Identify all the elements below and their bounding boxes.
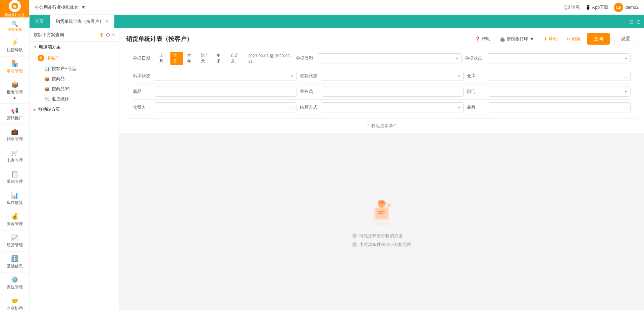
date-tab-more[interactable]: 更多 <box>214 52 226 65</box>
goods99-icon: 📦 <box>44 87 50 92</box>
print-icon: 🖨️ <box>500 37 505 42</box>
export-btn[interactable]: ⬇ 导出 <box>541 35 560 43</box>
empty-tips: 1 请先选择要分析的方案 2 用过滤条件来缩小分析范围 <box>352 233 412 248</box>
brand-dots: ... <box>622 105 628 110</box>
avatar: Ea <box>614 3 623 12</box>
sidebar-item-enterprise[interactable]: 🤝 企业协同 <box>0 294 29 310</box>
sidebar-item-finance[interactable]: 💰 资金管理 <box>0 209 29 230</box>
quicknav-icon: ⚡ <box>11 39 18 46</box>
finance-icon: 💰 <box>11 213 18 220</box>
settings-scheme-btn[interactable]: ⊙ <box>106 32 110 38</box>
scheme-by-customer-goods[interactable]: 📊 按客户+商品 <box>34 64 119 74</box>
help-btn[interactable]: ❓ 帮助 <box>472 35 493 43</box>
settings-button[interactable]: 设置 <box>614 33 637 45</box>
minimize-btn[interactable]: ⊟ <box>629 18 634 25</box>
department-select[interactable] <box>489 87 631 97</box>
tree-expand-icon: ▼ <box>34 45 37 49</box>
dropdown-icon[interactable]: ▼ <box>81 5 86 10</box>
system-icon: ⚙️ <box>11 276 18 283</box>
logo-icon: 畅 <box>9 0 21 12</box>
date-tab-this-month[interactable]: 本月 <box>170 52 183 65</box>
svg-line-11 <box>386 203 388 204</box>
refresh-btn[interactable]: ↻ 刷新 <box>564 35 583 43</box>
warehouse-dots: ... <box>622 73 628 79</box>
sidebar-item-retail[interactable]: 🏪 零售管理 <box>0 57 29 78</box>
collapse-panel-btn[interactable]: « <box>112 32 115 38</box>
export-icon: ⬇ <box>543 37 547 42</box>
logo-text: 畅捷通好生意 <box>5 13 25 17</box>
date-tab-this-year[interactable]: 本年 <box>184 52 197 65</box>
marketing-icon: 📢 <box>11 107 18 114</box>
scheme-return-stat[interactable]: 📉 退货统计 <box>34 94 119 104</box>
user-profile[interactable]: Ea demo2 <box>614 3 639 12</box>
tree-desktop-group[interactable]: ▼ 电脑端方案 <box>30 42 119 52</box>
tip-num-1: 1 <box>352 233 357 239</box>
sidebar-item-basic[interactable]: ℹ️ 基础信息 <box>0 252 29 273</box>
tree-mobile-group[interactable]: ▶ 移动端方案 <box>30 104 119 115</box>
pay-status-select[interactable] <box>322 71 464 81</box>
sidebar-item-purchase[interactable]: 📋 采购管理 <box>0 167 29 188</box>
add-scheme-btn[interactable]: ⊕ <box>99 32 104 38</box>
goods-select[interactable]: ... <box>155 87 297 97</box>
main-area: 办公用品行业模拟账套 ▼ 💬 消息 📱 App下载 Ea demo2 首页 销货… <box>30 0 644 310</box>
close-tab-icon[interactable]: ✕ <box>106 19 109 24</box>
scheme-by-customer-goods-label: 按客户+商品 <box>52 66 76 72</box>
salesperson-select[interactable]: ... <box>322 87 464 97</box>
sidebar-item-inventory[interactable]: 📊 库存核算 <box>0 188 29 209</box>
date-tab-7days[interactable]: 近7天 <box>198 52 213 65</box>
sidebar-item-marketing[interactable]: 📢 营销推广 <box>0 104 29 125</box>
suite-title: 办公用品行业模拟账套 <box>35 4 78 10</box>
maximize-btn[interactable]: ⊡ <box>636 18 641 25</box>
desktop-group-label: 电脑端方案 <box>39 44 61 50</box>
svg-point-2 <box>372 222 392 226</box>
pay-status-chevron <box>458 74 461 78</box>
scheme-by-customer[interactable]: 客 按客户 <box>34 52 119 64</box>
sidebar-item-system[interactable]: ⚙️ 系统管理 <box>0 273 29 294</box>
doc-type-label: 单据类型 <box>296 55 314 61</box>
sidebar-item-ecommerce[interactable]: 🛒 电商管理 <box>0 146 29 167</box>
sidebar-item-operations[interactable]: 📈 经营管理 <box>0 230 29 252</box>
mobile-expand-icon: ▶ <box>34 108 36 111</box>
date-control: 上月 本月 本年 近7天 更多 自定义 2023-03-01 至 2023-03… <box>155 52 292 65</box>
search-menu[interactable]: 🔍 搜索菜单 <box>6 17 23 36</box>
salesperson-label: 业务员 <box>300 89 318 95</box>
filter-row-4: 收货人 ... 结算方式 品牌 ... <box>133 100 631 115</box>
sidebar-item-quicknav[interactable]: ⚡ 快捷导航 <box>0 36 29 57</box>
svg-rect-6 <box>379 201 384 204</box>
date-tab-custom[interactable]: 自定义 <box>228 52 244 65</box>
content-area: 按以下方案查询 ⊕ ⊙ « ▼ 电脑端方案 客 按客户 📊 按客 <box>30 28 644 310</box>
query-button[interactable]: 查询 <box>587 33 610 45</box>
date-range: 2023-03-01 至 2023-03-31 <box>248 53 292 64</box>
svg-text:畅: 畅 <box>13 4 16 8</box>
doc-status-select[interactable] <box>487 53 631 63</box>
scheme-actions: ⊕ ⊙ « <box>99 32 115 38</box>
settle-method-select[interactable] <box>322 102 464 112</box>
download-icon: 📱 <box>585 5 591 10</box>
pay-status-label: 收款状态 <box>300 73 318 79</box>
svg-point-9 <box>387 204 391 207</box>
doc-type-select[interactable] <box>318 53 462 63</box>
date-tab-last-month[interactable]: 上月 <box>157 52 169 65</box>
scheme-by-goods-99[interactable]: 📦 按商品99 <box>34 84 119 94</box>
help-icon: ❓ <box>475 37 480 42</box>
customer-goods-icon: 📊 <box>44 66 50 71</box>
tip-2: 2 用过滤条件来缩小分析范围 <box>352 242 412 248</box>
print-template-btn[interactable]: 🖨️ 按模板打印 ▼ <box>497 35 537 43</box>
scheme-by-goods[interactable]: 📦 按商品 <box>34 74 119 84</box>
warehouse-select[interactable]: ... <box>489 71 631 81</box>
out-status-select[interactable] <box>155 71 297 81</box>
sidebar-item-sales[interactable]: 💼 销售管理 <box>0 125 29 146</box>
empty-state: 1 请先选择要分析的方案 2 用过滤条件来缩小分析范围 <box>119 133 644 310</box>
enterprise-icon: 🤝 <box>11 297 18 305</box>
return-icon: 📉 <box>44 97 50 102</box>
app-download-btn[interactable]: 📱 App下载 <box>585 4 608 10</box>
collapse-btn[interactable]: ⌃ 收起更多条件 <box>362 121 401 130</box>
tab-home[interactable]: 首页 <box>30 15 49 28</box>
tab-sales-stat[interactable]: 销货单统计表（按客户） ✕ <box>50 15 114 28</box>
basic-icon: ℹ️ <box>11 255 18 262</box>
message-btn[interactable]: 💬 消息 <box>565 4 580 10</box>
brand-select[interactable]: ... <box>489 102 631 112</box>
consignee-select[interactable]: ... <box>155 102 297 112</box>
filter-row-3: 商品 ... 业务员 ... 部门 <box>133 84 631 100</box>
sidebar-item-wholesale[interactable]: 📦 批发管理 ▲ <box>0 78 29 104</box>
